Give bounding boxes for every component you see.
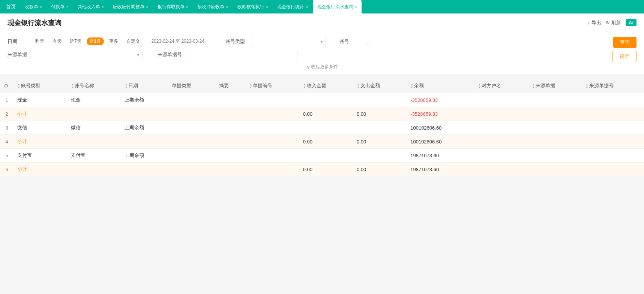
cell-expense: 0.00 <box>353 135 407 149</box>
cell-account_type: 小计 <box>14 135 67 149</box>
column-settings[interactable]: ⚙ <box>0 79 14 93</box>
column-header-balance[interactable]: ▲▼余额 <box>407 79 474 93</box>
cell-counterparty <box>474 121 528 135</box>
cell-doc_type <box>168 163 215 176</box>
cell-balance: 100102606.60 <box>407 135 474 149</box>
cell-summary <box>215 149 245 163</box>
date-filter-row: 日期 昨天今天近7天近1月更多自定义 2023-02-24 至 2023-03-… <box>8 37 605 46</box>
column-header-source_doc_no[interactable]: ▲▼来源单据号 <box>582 79 644 93</box>
cell-account_name <box>67 107 121 121</box>
collapse-button[interactable]: ∧ 收起更多条件 <box>8 62 636 70</box>
column-header-expense[interactable]: ▲▼支出金额 <box>353 79 407 93</box>
close-tab-icon[interactable]: × <box>102 4 104 9</box>
cell-date <box>121 163 168 176</box>
header-actions: ↑ 导出 ↻ 刷新 Ai <box>588 19 637 26</box>
cell-source_doc_no <box>582 107 644 121</box>
sort-icon-date: ▲▼ <box>125 83 128 89</box>
date-shortcut-近7天[interactable]: 近7天 <box>67 37 84 45</box>
top-navigation: 首页 收款单×付款单×其他收入单×应收应付调整单×银行存取款单×预收冲应收单×收… <box>0 0 644 13</box>
source-doc-no-input[interactable] <box>185 50 297 59</box>
filter-top-row: 日期 昨天今天近7天近1月更多自定义 2023-02-24 至 2023-03-… <box>8 37 636 62</box>
cell-summary <box>215 93 245 107</box>
cell-counterparty <box>474 163 528 176</box>
nav-tab-label: 应收应付调整单 <box>113 4 144 10</box>
cell-income <box>299 149 353 163</box>
column-header-date[interactable]: ▲▼日期 <box>121 79 168 93</box>
close-tab-icon[interactable]: × <box>306 4 308 9</box>
nav-tab-现金银行统计[interactable]: 现金银行统计× <box>273 0 312 13</box>
nav-tab-其他收入单[interactable]: 其他收入单× <box>73 0 108 13</box>
collapse-arrow-icon: ∧ <box>306 64 309 70</box>
sort-icon-source_doc_no: ▲▼ <box>585 83 588 89</box>
close-tab-icon[interactable]: × <box>186 4 188 9</box>
filter-right-section: 查询 设置 <box>605 37 636 62</box>
gear-icon[interactable]: ⚙ <box>4 83 9 89</box>
cell-source_doc_no <box>582 121 644 135</box>
column-header-doc_no[interactable]: ▲▼单据编号 <box>246 79 299 93</box>
nav-tab-收款单[interactable]: 收款单× <box>20 0 47 13</box>
cell-income <box>299 121 353 135</box>
source-doc-label: 来源单据 <box>8 51 27 58</box>
account-type-select[interactable] <box>251 37 326 46</box>
close-tab-icon[interactable]: × <box>66 4 68 9</box>
cell-source_doc <box>528 107 582 121</box>
filter-left-section: 日期 昨天今天近7天近1月更多自定义 2023-02-24 至 2023-03-… <box>8 37 605 59</box>
refresh-button[interactable]: ↻ 刷新 <box>606 19 621 26</box>
query-button[interactable]: 查询 <box>613 37 636 48</box>
nav-tab-label: 付款单 <box>51 4 65 10</box>
column-header-source_doc[interactable]: ▲▼来源单据 <box>528 79 582 93</box>
nav-tab-预收冲应收单[interactable]: 预收冲应收单× <box>193 0 233 13</box>
nav-tab-label: 预收冲应收单 <box>197 4 224 10</box>
cell-doc_no <box>246 107 299 121</box>
column-header-account_type[interactable]: ▲▼账号类型 <box>14 79 67 93</box>
cell-source_doc <box>528 149 582 163</box>
nav-tab-付款单[interactable]: 付款单× <box>47 0 73 13</box>
nav-home[interactable]: 首页 <box>2 3 20 10</box>
cell-doc_no <box>246 163 299 176</box>
cell-balance: 100102606.60 <box>407 121 474 135</box>
table-row: 3微信微信上期余额100102606.60 <box>0 121 644 135</box>
settings-button[interactable]: 设置 <box>612 51 636 62</box>
close-tab-icon[interactable]: × <box>226 4 228 9</box>
date-range-display: 2023-02-24 至 2023-03-24 <box>151 38 204 45</box>
nav-tabs: 收款单×付款单×其他收入单×应收应付调整单×银行存取款单×预收冲应收单×收款核销… <box>20 0 362 13</box>
nav-tab-现金银行流水查询[interactable]: 现金银行流水查询× <box>313 0 362 13</box>
nav-tab-label: 其他收入单 <box>78 4 100 10</box>
cell-source_doc_no <box>582 149 644 163</box>
nav-tab-收款核销执行[interactable]: 收款核销执行× <box>233 0 273 13</box>
table-row: 5支付宝支付宝上期余额19871073.60 <box>0 149 644 163</box>
cell-date: 上期余额 <box>121 149 168 163</box>
column-header-counterparty[interactable]: ▲▼对方户名 <box>474 79 528 93</box>
cell-doc_no <box>246 121 299 135</box>
account-more-button[interactable]: ... <box>364 38 371 45</box>
cell-account_type: 小计 <box>14 163 67 176</box>
table-row: 6小计0.000.0019871073.60 <box>0 163 644 176</box>
cell-doc_no <box>246 149 299 163</box>
close-tab-icon[interactable]: × <box>146 4 148 9</box>
close-tab-icon[interactable]: × <box>266 4 268 9</box>
cell-counterparty <box>474 93 528 107</box>
source-doc-no-item: 来源单据号 <box>158 50 297 59</box>
account-type-label: 账号类型 <box>225 38 245 45</box>
sort-icon-doc_no: ▲▼ <box>249 83 252 89</box>
source-doc-no-label: 来源单据号 <box>158 51 182 58</box>
close-tab-icon[interactable]: × <box>40 4 42 9</box>
nav-tab-label: 现金银行流水查询 <box>317 4 353 10</box>
ai-button[interactable]: Ai <box>626 19 636 26</box>
export-button[interactable]: ↑ 导出 <box>588 19 602 26</box>
date-shortcut-今天[interactable]: 今天 <box>50 37 65 45</box>
sort-icon-account_type: ▲▼ <box>17 83 20 89</box>
date-shortcut-自定义[interactable]: 自定义 <box>123 37 143 45</box>
column-header-income[interactable]: ▲▼收入金额 <box>299 79 353 93</box>
source-doc-select[interactable] <box>30 50 143 59</box>
nav-tab-label: 收款单 <box>25 4 38 10</box>
nav-tab-应收应付调整单[interactable]: 应收应付调整单× <box>108 0 153 13</box>
export-icon: ↑ <box>588 20 590 25</box>
close-tab-icon[interactable]: × <box>355 4 357 9</box>
column-header-account_name[interactable]: ▲▼账号名称 <box>67 79 121 93</box>
nav-tab-银行存取款单[interactable]: 银行存取款单× <box>153 0 193 13</box>
date-shortcut-昨天[interactable]: 昨天 <box>32 37 47 45</box>
date-shortcut-近1月[interactable]: 近1月 <box>87 37 104 45</box>
date-shortcut-更多[interactable]: 更多 <box>106 37 121 45</box>
cell-account_name: 现金 <box>67 93 121 107</box>
